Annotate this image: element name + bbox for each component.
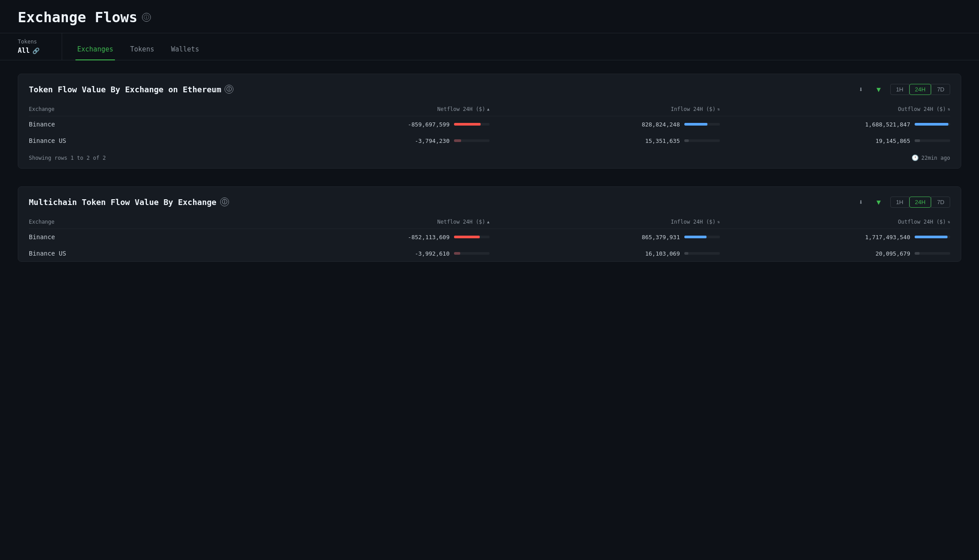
multichain-section-header: Multichain Token Flow Value By Exchange … bbox=[18, 187, 961, 215]
outflow-bar-container bbox=[915, 123, 950, 126]
tab-navigation: Exchanges Tokens Wallets bbox=[62, 33, 214, 60]
multichain-time-1h[interactable]: 1H bbox=[890, 197, 909, 208]
inflow-bar bbox=[684, 123, 707, 126]
ethereum-table-header: Exchange Netflow 24H ($) ▲ Inflow 24H ($… bbox=[29, 103, 950, 116]
multichain-section: Multichain Token Flow Value By Exchange … bbox=[18, 186, 961, 262]
netflow-cell: -3,992,610 bbox=[259, 250, 490, 257]
multichain-info-icon[interactable]: ⓘ bbox=[220, 197, 229, 206]
tokens-value-container: All 🔗 bbox=[18, 47, 53, 55]
table-row: Binance US -3,992,610 16,103,069 20,095,… bbox=[29, 245, 950, 261]
tokens-value: All bbox=[18, 47, 30, 55]
page-title: Exchange Flows bbox=[18, 9, 138, 26]
ethereum-controls: ⬇ ▼ 1H 24H 7D bbox=[855, 83, 950, 95]
netflow-bar bbox=[454, 139, 461, 142]
multichain-time-7d[interactable]: 7D bbox=[931, 197, 950, 208]
col-inflow-header[interactable]: Inflow 24H ($) ⇅ bbox=[490, 219, 720, 225]
multichain-section-title: Multichain Token Flow Value By Exchange … bbox=[29, 197, 229, 207]
inflow-value: 16,103,069 bbox=[631, 250, 680, 257]
tab-wallets[interactable]: Wallets bbox=[169, 39, 201, 60]
ethereum-time-24h[interactable]: 24H bbox=[909, 84, 932, 95]
outflow-bar bbox=[915, 123, 948, 126]
table-row: Binance -852,113,609 865,379,931 1,717,4… bbox=[29, 229, 950, 245]
outflow-bar bbox=[915, 139, 920, 142]
netflow-bar-container bbox=[454, 236, 490, 238]
outflow-value: 19,145,865 bbox=[861, 138, 910, 144]
inflow-bar-container bbox=[684, 123, 720, 126]
multichain-filter-button[interactable]: ▼ bbox=[872, 196, 885, 208]
inflow-bar-container bbox=[684, 139, 720, 142]
inflow-bar-container bbox=[684, 236, 720, 238]
netflow-bar bbox=[454, 123, 481, 126]
inflow-value: 828,824,248 bbox=[631, 121, 680, 128]
top-bar: Tokens All 🔗 Exchanges Tokens Wallets bbox=[0, 33, 979, 60]
table-row: Binance -859,697,599 828,824,248 1,688,5… bbox=[29, 116, 950, 133]
outflow-sort-icon: ⇅ bbox=[948, 107, 950, 111]
col-exchange-header: Exchange bbox=[29, 106, 259, 112]
netflow-bar bbox=[454, 252, 460, 255]
outflow-cell: 1,688,521,847 bbox=[720, 121, 950, 128]
outflow-value: 1,717,493,540 bbox=[861, 234, 910, 241]
netflow-value: -3,992,610 bbox=[401, 250, 450, 257]
inflow-value: 865,379,931 bbox=[631, 234, 680, 241]
page-info-icon[interactable]: ⓘ bbox=[142, 13, 151, 22]
rows-label: Showing rows 1 to 2 of 2 bbox=[29, 155, 106, 161]
inflow-cell: 865,379,931 bbox=[490, 234, 720, 241]
outflow-bar-container bbox=[915, 236, 950, 238]
netflow-cell: -3,794,230 bbox=[259, 138, 490, 144]
tokens-sidebar: Tokens All 🔗 bbox=[0, 33, 62, 60]
clock-icon: 🕐 bbox=[912, 154, 919, 161]
multichain-download-button[interactable]: ⬇ bbox=[855, 196, 867, 208]
col-outflow-header[interactable]: Outflow 24H ($) ⇅ bbox=[720, 106, 950, 112]
netflow-bar-container bbox=[454, 252, 490, 255]
inflow-bar bbox=[684, 252, 688, 255]
multichain-controls: ⬇ ▼ 1H 24H 7D bbox=[855, 196, 950, 208]
inflow-value: 15,351,635 bbox=[631, 138, 680, 144]
inflow-cell: 15,351,635 bbox=[490, 138, 720, 144]
netflow-value: -852,113,609 bbox=[401, 234, 450, 241]
ethereum-time-1h[interactable]: 1H bbox=[890, 84, 909, 95]
exchange-name: Binance US bbox=[29, 137, 259, 144]
outflow-bar-container bbox=[915, 252, 950, 255]
ethereum-section-header: Token Flow Value By Exchange on Ethereum… bbox=[18, 74, 961, 103]
col-outflow-header[interactable]: Outflow 24H ($) ⇅ bbox=[720, 219, 950, 225]
outflow-cell: 19,145,865 bbox=[720, 138, 950, 144]
tokens-label: Tokens bbox=[18, 39, 53, 45]
outflow-sort-icon: ⇅ bbox=[948, 220, 950, 224]
outflow-bar bbox=[915, 252, 920, 255]
outflow-bar-container bbox=[915, 139, 950, 142]
ethereum-time-buttons: 1H 24H 7D bbox=[890, 84, 950, 95]
outflow-value: 1,688,521,847 bbox=[861, 121, 910, 128]
netflow-bar bbox=[454, 236, 480, 238]
ethereum-time-7d[interactable]: 7D bbox=[931, 84, 950, 95]
tab-tokens[interactable]: Tokens bbox=[128, 39, 156, 60]
col-inflow-header[interactable]: Inflow 24H ($) ⇅ bbox=[490, 106, 720, 112]
col-netflow-header[interactable]: Netflow 24H ($) ▲ bbox=[259, 106, 490, 112]
ethereum-table-footer: Showing rows 1 to 2 of 2 🕐 22min ago bbox=[29, 149, 950, 166]
ethereum-section-title: Token Flow Value By Exchange on Ethereum… bbox=[29, 85, 233, 94]
inflow-cell: 16,103,069 bbox=[490, 250, 720, 257]
multichain-time-buttons: 1H 24H 7D bbox=[890, 197, 950, 208]
ethereum-info-icon[interactable]: ⓘ bbox=[225, 85, 233, 94]
tab-exchanges[interactable]: Exchanges bbox=[75, 39, 115, 60]
netflow-value: -859,697,599 bbox=[401, 121, 450, 128]
netflow-cell: -852,113,609 bbox=[259, 234, 490, 241]
exchange-name: Binance bbox=[29, 233, 259, 241]
ethereum-section: Token Flow Value By Exchange on Ethereum… bbox=[18, 74, 961, 169]
main-content: Token Flow Value By Exchange on Ethereum… bbox=[0, 60, 979, 275]
exchange-name: Binance bbox=[29, 121, 259, 128]
timestamp: 🕐 22min ago bbox=[912, 154, 950, 161]
ethereum-filter-button[interactable]: ▼ bbox=[872, 83, 885, 95]
ethereum-table: Exchange Netflow 24H ($) ▲ Inflow 24H ($… bbox=[18, 103, 961, 166]
page-header: Exchange Flows ⓘ bbox=[0, 0, 979, 33]
table-row: Binance US -3,794,230 15,351,635 19,145,… bbox=[29, 133, 950, 149]
exchange-name: Binance US bbox=[29, 250, 259, 257]
inflow-bar-container bbox=[684, 252, 720, 255]
multichain-table-header: Exchange Netflow 24H ($) ▲ Inflow 24H ($… bbox=[29, 215, 950, 229]
netflow-value: -3,794,230 bbox=[401, 138, 450, 144]
col-netflow-header[interactable]: Netflow 24H ($) ▲ bbox=[259, 219, 490, 225]
inflow-bar bbox=[684, 139, 689, 142]
outflow-cell: 1,717,493,540 bbox=[720, 234, 950, 241]
ethereum-download-button[interactable]: ⬇ bbox=[855, 83, 867, 95]
multichain-time-24h[interactable]: 24H bbox=[909, 197, 932, 208]
tokens-link-icon[interactable]: 🔗 bbox=[32, 47, 39, 54]
